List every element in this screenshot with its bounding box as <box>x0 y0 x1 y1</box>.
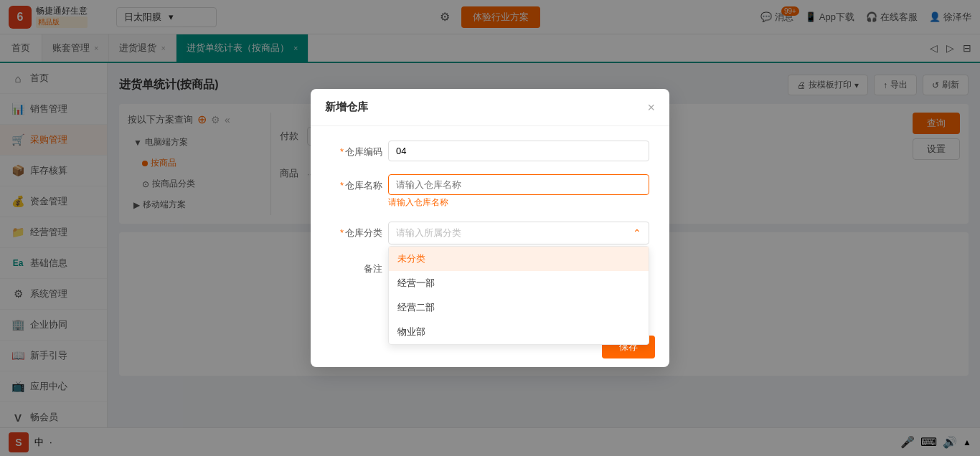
code-wrap <box>388 141 649 161</box>
dropdown-item-property[interactable]: 物业部 <box>389 320 649 344</box>
modal-overlay[interactable]: 新增仓库 × 仓库编码 仓库名称 请输入仓库名称 仓库分类 <box>0 0 980 456</box>
dropdown-item-uncategorized[interactable]: 未分类 <box>389 247 649 271</box>
code-label: 仓库编码 <box>331 141 388 158</box>
note-label: 备注 <box>331 257 388 275</box>
form-row-category: 仓库分类 请输入所属分类 ⌃ 未分类 经营一部 经营二部 物业部 <box>331 222 649 244</box>
dropdown-item-dept1[interactable]: 经营一部 <box>389 271 649 295</box>
modal-close-button[interactable]: × <box>647 101 655 114</box>
category-dropdown: 未分类 经营一部 经营二部 物业部 <box>388 246 649 345</box>
modal-new-warehouse: 新增仓库 × 仓库编码 仓库名称 请输入仓库名称 仓库分类 <box>311 89 669 367</box>
modal-header: 新增仓库 × <box>311 89 669 126</box>
category-arrow-icon: ⌃ <box>633 227 641 239</box>
code-input[interactable] <box>388 141 649 161</box>
name-error-msg: 请输入仓库名称 <box>388 196 649 209</box>
name-input[interactable] <box>388 174 649 195</box>
form-row-code: 仓库编码 <box>331 141 649 161</box>
modal-title: 新增仓库 <box>325 100 368 114</box>
name-label: 仓库名称 <box>331 174 388 192</box>
category-placeholder: 请输入所属分类 <box>396 227 461 239</box>
name-wrap: 请输入仓库名称 <box>388 174 649 209</box>
dropdown-item-dept2[interactable]: 经营二部 <box>389 295 649 320</box>
category-wrap: 请输入所属分类 ⌃ 未分类 经营一部 经营二部 物业部 <box>388 222 649 244</box>
form-row-name: 仓库名称 请输入仓库名称 <box>331 174 649 209</box>
modal-body: 仓库编码 仓库名称 请输入仓库名称 仓库分类 请输入所属分类 <box>311 126 669 327</box>
category-label: 仓库分类 <box>331 222 388 239</box>
category-select[interactable]: 请输入所属分类 ⌃ <box>388 222 649 244</box>
